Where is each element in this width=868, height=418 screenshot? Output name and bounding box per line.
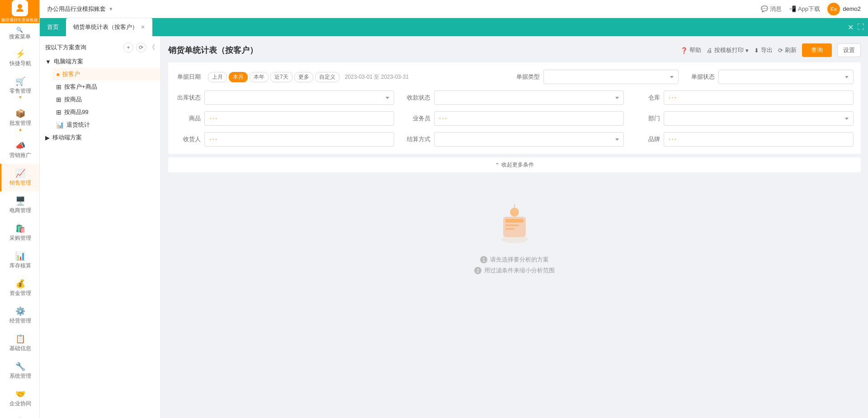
expand-icon[interactable]: ▾ (109, 5, 113, 12)
sidebar-item-finance-mgmt[interactable]: 💰 资金管理 (0, 274, 39, 302)
user-info[interactable]: Ea demo2 (827, 3, 861, 15)
tree-group-mobile[interactable]: ▶ 移动端方案 (40, 131, 160, 144)
query-btn[interactable]: 查询 (802, 43, 832, 57)
tree-sub-desktop: ● 按客户 ⊞ 按客户+商品 ⊞ 按商品 ⊞ 按商品99 📊 退货统计 (40, 68, 160, 131)
user-avatar: Ea (827, 3, 840, 15)
sidebar-item-enterprise[interactable]: 🤝 企业协同 (0, 385, 39, 412)
tab-bar: 首页 销货单统计表（按客户） ✕ ✕ ⛶ (40, 18, 868, 36)
tab-sales-stat[interactable]: 销货单统计表（按客户） ✕ (66, 18, 152, 36)
date-btn-custom[interactable]: 自定义 (315, 72, 340, 82)
filter-doc-status-field: 单据状态 (689, 70, 854, 84)
refresh-btn[interactable]: ⟳ 刷新 (778, 46, 797, 54)
sidebar-item-inventory[interactable]: 📊 库存核算 (0, 247, 39, 274)
quick-nav-icon: ⚡ (15, 49, 25, 59)
sidebar-item-sys-mgmt[interactable]: 🔧 系统管理 (0, 357, 39, 385)
warehouse-input[interactable]: ··· (664, 90, 854, 105)
settings-btn[interactable]: 设置 (837, 43, 861, 57)
date-btn-7days[interactable]: 近7天 (270, 72, 292, 82)
sidebar-item-basic-info[interactable]: 📋 基础信息 (0, 329, 39, 357)
help-btn[interactable]: ❓ 帮助 (680, 46, 701, 54)
refresh-scheme-btn[interactable]: ⟳ (136, 43, 146, 52)
tree-group-desktop[interactable]: ▼ 电脑端方案 (40, 55, 160, 68)
finance-icon: 💰 (15, 279, 25, 289)
dept-input[interactable] (664, 111, 854, 126)
empty-hint-2: 2 用过滤条件来缩小分析范围 (474, 266, 555, 275)
receiver-input[interactable]: ··· (204, 132, 394, 147)
goods-label: 商品 (175, 114, 201, 123)
date-btn-cur-month[interactable]: 本月 (229, 72, 248, 82)
sidebar-item-wholesale-mgmt[interactable]: 📦 批发管理 ▲ (0, 104, 39, 136)
add-scheme-btn[interactable]: + (123, 43, 133, 52)
date-range-text: 2023-03-01 至 2023-03-31 (345, 73, 409, 81)
date-btn-cur-year[interactable]: 本年 (250, 72, 269, 82)
sidebar-logo[interactable]: 畅捷通好生意标账版 (0, 0, 39, 23)
sys-mgmt-icon: 🔧 (15, 361, 25, 371)
doc-type-input[interactable] (543, 70, 679, 84)
warehouse-label: 仓库 (635, 94, 660, 102)
left-panel: 按以下方案查询 + ⟳ 《 ▼ 电脑端方案 (40, 36, 161, 418)
sidebar-item-purchase-mgmt[interactable]: 🛍️ 采购管理 (0, 219, 39, 247)
scheme-by-goods[interactable]: ⊞ 按商品 (52, 93, 160, 106)
scheme-by-goods-99[interactable]: ⊞ 按商品99 (52, 106, 160, 119)
sidebar-item-search-menu[interactable]: 🔍 搜索菜单 (0, 23, 39, 44)
date-btn-more[interactable]: 更多 (294, 72, 313, 82)
left-panel-actions: + ⟳ 《 (123, 43, 155, 52)
tab-close-btn[interactable]: ✕ (848, 23, 854, 32)
doc-status-input[interactable] (718, 70, 854, 84)
print-btn[interactable]: 🖨 按模板打印 ▾ (707, 46, 749, 54)
sidebar-item-quick-nav[interactable]: ⚡ 快捷导航 (0, 44, 39, 72)
date-label: 单据日期 (175, 73, 201, 81)
scheme-by-customer[interactable]: ● 按客户 (52, 68, 160, 81)
sidebar-item-ecommerce-mgmt[interactable]: 🖥️ 电商管理 (0, 191, 39, 219)
message-btn[interactable]: 💬 消息 (761, 5, 782, 13)
tab-home[interactable]: 首页 (40, 18, 66, 36)
top-bar-right: 💬 消息 📲 App下载 Ea demo2 (761, 3, 861, 15)
sidebar-item-new-guide[interactable]: 🌟 新手引导 (0, 412, 39, 418)
sidebar-item-sales-mgmt[interactable]: 📈 销售管理 (0, 164, 39, 191)
sidebar-item-retail-mgmt[interactable]: 🛒 零售管理 ▼ (0, 72, 39, 104)
svg-rect-4 (505, 224, 519, 226)
inventory-icon: 📊 (15, 251, 25, 261)
date-btn-prev-month[interactable]: 上月 (208, 72, 227, 82)
svg-rect-5 (505, 228, 514, 230)
goods-input[interactable]: ··· (204, 111, 394, 126)
settlement-input[interactable] (434, 132, 624, 147)
collapse-more-bar[interactable]: ⌃ 收起更多条件 (168, 157, 861, 172)
filter-warehouse-field: 仓库 ··· (635, 90, 854, 105)
export-btn[interactable]: ⬇ 导出 (754, 46, 773, 54)
marketing-icon: 📣 (15, 141, 25, 151)
payment-status-input[interactable] (434, 90, 624, 105)
print-icon: 🖨 (707, 47, 712, 54)
tab-expand-btn[interactable]: ⛶ (857, 23, 864, 31)
filter-row-1: 单据日期 上月 本月 本年 近7天 更多 自定义 2023-03-01 至 20… (175, 70, 854, 84)
doc-type-label: 单据类型 (514, 73, 540, 81)
page-title-actions: ❓ 帮助 🖨 按模板打印 ▾ ⬇ 导出 ⟳ 刷新 (680, 43, 861, 57)
print-arrow-icon: ▾ (745, 47, 749, 54)
app-download-btn[interactable]: 📲 App下载 (789, 5, 820, 13)
brand-input[interactable]: ··· (664, 132, 854, 147)
collapse-more-icon: ⌃ (495, 162, 500, 168)
goods-icon: ⊞ (56, 96, 61, 103)
date-filter-row: 上月 本月 本年 近7天 更多 自定义 2023-03-01 至 2023-03… (204, 72, 504, 82)
return-icon: 📊 (56, 121, 64, 128)
tab-close-icon[interactable]: ✕ (141, 24, 145, 30)
out-status-input[interactable] (204, 90, 394, 105)
scheme-return-stat[interactable]: 📊 退货统计 (52, 119, 160, 131)
sidebar-item-marketing[interactable]: 📣 营销推广 (0, 136, 39, 164)
left-panel-title: 按以下方案查询 (45, 43, 86, 52)
svg-rect-3 (505, 219, 524, 223)
filter-goods-field: 商品 ··· (175, 111, 394, 126)
salesman-label: 业务员 (405, 114, 430, 123)
expand-mobile-icon: ▶ (45, 134, 50, 141)
refresh-icon: ⟳ (139, 44, 143, 51)
page-title: 销货单统计表（按客户） (168, 45, 258, 56)
settlement-label: 结算方式 (405, 135, 430, 143)
brand-label: 品牌 (635, 135, 660, 143)
filter-out-status-field: 出库状态 (175, 90, 394, 105)
payment-status-arrow-icon (615, 97, 619, 99)
scheme-by-customer-goods[interactable]: ⊞ 按客户+商品 (52, 81, 160, 93)
sidebar-item-operation-mgmt[interactable]: ⚙️ 经营管理 (0, 302, 39, 329)
salesman-input[interactable]: ··· (434, 111, 624, 126)
collapse-panel-btn[interactable]: 《 (149, 43, 155, 52)
customer-goods-icon: ⊞ (56, 83, 61, 90)
